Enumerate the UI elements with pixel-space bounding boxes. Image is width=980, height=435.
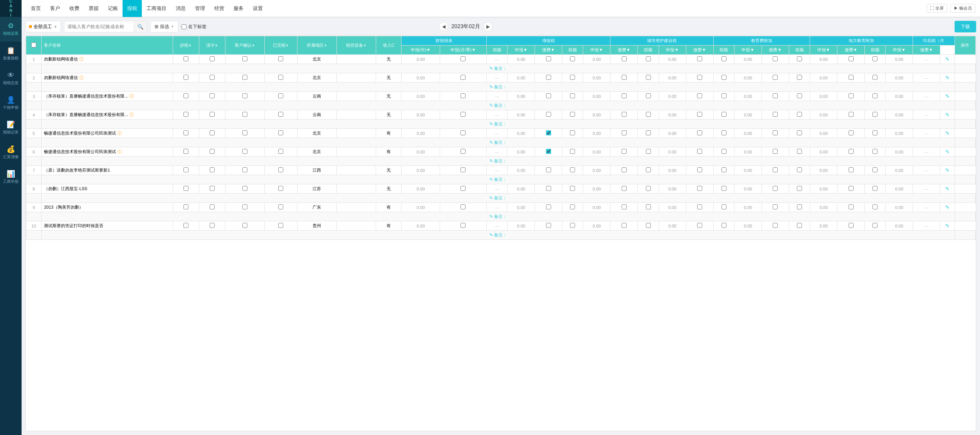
tax-checkbox[interactable] (797, 167, 802, 172)
tax-checkbox[interactable] (773, 186, 778, 191)
tax-checkbox[interactable] (546, 93, 551, 98)
tax-checkbox[interactable] (872, 204, 877, 209)
tax-checkbox[interactable] (570, 204, 575, 209)
tax-checkbox[interactable] (721, 186, 726, 191)
row-checkbox[interactable] (278, 75, 283, 80)
tax-checkbox[interactable] (773, 75, 778, 80)
row-checkbox[interactable] (183, 56, 188, 61)
tax-checkbox[interactable] (461, 167, 466, 172)
row-checkbox[interactable] (278, 56, 283, 61)
sidebar-item-gesui-shenbao[interactable]: 👤 个税申报 (0, 91, 22, 116)
tax-checkbox[interactable] (797, 204, 802, 209)
nav-home[interactable]: 首页 (26, 0, 45, 17)
tax-checkbox[interactable] (872, 93, 877, 98)
row-checkbox[interactable] (242, 75, 247, 80)
tax-checkbox[interactable] (622, 93, 627, 98)
edit-icon[interactable]: ✎ (945, 149, 950, 155)
tax-checkbox[interactable] (721, 204, 726, 209)
tax-checkbox[interactable] (461, 130, 466, 135)
tax-checkbox[interactable] (721, 149, 726, 154)
tax-checkbox[interactable] (697, 93, 702, 98)
date-next-btn[interactable]: ▶ (483, 22, 493, 31)
tax-checkbox[interactable] (546, 204, 551, 209)
tax-checkbox[interactable] (570, 93, 575, 98)
tax-checkbox[interactable] (721, 223, 726, 228)
row-checkbox[interactable] (242, 93, 247, 98)
warning-icon[interactable]: ⓘ (129, 94, 134, 98)
tax-checkbox[interactable] (697, 204, 702, 209)
row-checkbox[interactable] (183, 112, 188, 117)
row-checkbox[interactable] (278, 93, 283, 98)
tax-checkbox[interactable] (849, 75, 854, 80)
tax-checkbox[interactable] (570, 75, 575, 80)
tax-checkbox[interactable] (646, 112, 651, 117)
tax-checkbox[interactable] (797, 93, 802, 98)
tax-checkbox[interactable] (872, 167, 877, 172)
warning-icon[interactable]: ⓘ (79, 75, 84, 80)
sidebar-item-baoshui-shezhi[interactable]: ⚙ 报税设置 (0, 17, 22, 42)
warning-icon[interactable]: ⓘ (118, 131, 122, 135)
tax-checkbox[interactable] (646, 93, 651, 98)
tax-checkbox[interactable] (622, 75, 627, 80)
tax-checkbox[interactable] (622, 167, 627, 172)
row-checkbox[interactable] (278, 186, 283, 191)
row-checkbox[interactable] (278, 167, 283, 172)
date-prev-btn[interactable]: ◀ (439, 22, 448, 31)
row-checkbox[interactable] (242, 186, 247, 191)
tax-checkbox[interactable] (849, 93, 854, 98)
sidebar-item-baoshui-zonglan[interactable]: 👁 报税总览 (0, 66, 22, 91)
row-checkbox[interactable] (210, 167, 215, 172)
tax-checkbox[interactable] (797, 56, 802, 61)
tax-checkbox[interactable] (697, 167, 702, 172)
tax-checkbox[interactable] (773, 130, 778, 135)
row-checkbox[interactable] (183, 75, 188, 80)
tax-checkbox[interactable] (697, 130, 702, 135)
tax-checkbox[interactable] (849, 112, 854, 117)
row-checkbox[interactable] (183, 93, 188, 98)
row-checkbox[interactable] (242, 204, 247, 209)
tax-checkbox[interactable] (849, 223, 854, 228)
edit-icon[interactable]: ✎ (945, 56, 950, 62)
tax-checkbox[interactable] (721, 93, 726, 98)
name-tag-checkbox[interactable] (182, 24, 187, 29)
tax-checkbox[interactable] (646, 56, 651, 61)
tax-checkbox[interactable] (622, 112, 627, 117)
edit-icon[interactable]: ✎ (945, 93, 950, 99)
tax-checkbox[interactable] (461, 93, 466, 98)
nav-business[interactable]: 工商项目 (142, 0, 171, 17)
tax-checkbox[interactable] (622, 56, 627, 61)
row-checkbox[interactable] (210, 112, 215, 117)
tax-checkbox[interactable] (546, 223, 551, 228)
tax-checkbox[interactable] (622, 223, 627, 228)
sidebar-item-baoshui-jilu[interactable]: 📝 报税记录 (0, 116, 22, 140)
row-checkbox[interactable] (242, 130, 247, 135)
tax-checkbox[interactable] (461, 56, 466, 61)
tax-checkbox[interactable] (849, 56, 854, 61)
row-checkbox[interactable] (210, 93, 215, 98)
tax-checkbox[interactable] (570, 223, 575, 228)
tax-checkbox[interactable] (773, 93, 778, 98)
edit-icon[interactable]: ✎ (945, 75, 950, 81)
tax-checkbox[interactable] (697, 186, 702, 191)
sidebar-item-piliang-baoshui[interactable]: 📋 批量报税 (0, 42, 22, 66)
employee-filter-select[interactable]: 全部员工 ▼ (25, 21, 61, 32)
tax-checkbox[interactable] (849, 149, 854, 154)
tax-checkbox[interactable] (872, 149, 877, 154)
edit-icon[interactable]: ✎ (945, 204, 950, 210)
tax-checkbox[interactable] (646, 186, 651, 191)
row-checkbox[interactable] (210, 149, 215, 154)
tax-checkbox[interactable] (849, 204, 854, 209)
row-checkbox[interactable] (278, 223, 283, 228)
tax-checkbox[interactable] (546, 186, 551, 191)
warning-icon[interactable]: ⓘ (129, 112, 134, 117)
edit-icon[interactable]: ✎ (945, 167, 950, 173)
edit-icon[interactable]: ✎ (945, 112, 950, 118)
sidebar-item-gongshang-nianbao[interactable]: 📊 工商年报 (0, 165, 22, 190)
fullscreen-btn[interactable]: ⛶ 全屏 (926, 4, 947, 13)
row-checkbox[interactable] (210, 223, 215, 228)
tax-checkbox[interactable] (546, 112, 551, 117)
nav-bookkeeping[interactable]: 记账 (103, 0, 123, 17)
tax-checkbox[interactable] (872, 56, 877, 61)
nav-tax[interactable]: 报税 (123, 0, 142, 17)
tax-checkbox[interactable] (773, 149, 778, 154)
